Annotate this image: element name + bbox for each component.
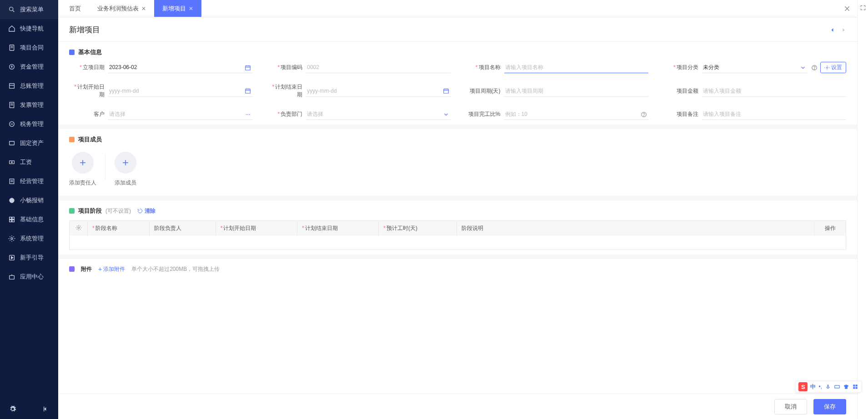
sidebar-item-base[interactable]: 基础信息: [0, 210, 58, 229]
input-category[interactable]: [702, 62, 808, 73]
prev-icon[interactable]: [830, 27, 835, 33]
input-plan-start[interactable]: [108, 85, 252, 97]
svg-point-32: [827, 67, 828, 68]
sidebar-item-funds[interactable]: 资金管理: [0, 57, 58, 76]
sidebar-item-label: 经营管理: [20, 177, 44, 185]
btn-category-set[interactable]: 设置: [820, 62, 846, 73]
svg-rect-56: [856, 387, 858, 389]
col-desc: 阶段说明: [457, 221, 814, 236]
add-attachment-button[interactable]: + 添加附件: [98, 265, 125, 273]
close-icon[interactable]: ✕: [189, 5, 193, 12]
input-customer[interactable]: [108, 109, 252, 120]
sidebar-item-label: 总账管理: [20, 82, 44, 90]
svg-rect-51: [828, 384, 828, 387]
input-period[interactable]: [504, 85, 648, 97]
sidebar-item-invoice[interactable]: 发票管理: [0, 95, 58, 115]
close-icon[interactable]: ✕: [141, 5, 146, 12]
page-nav: [830, 27, 846, 33]
field-dept: *负责部门: [267, 109, 450, 120]
label-date: *立项日期: [69, 64, 105, 71]
system-icon: [8, 235, 15, 242]
gear-icon[interactable]: [9, 405, 16, 413]
section-members-title: 项目成员: [78, 135, 102, 144]
col-start: *计划开始日期: [216, 221, 297, 236]
section-basic-icon: [69, 50, 75, 55]
help-icon[interactable]: [811, 65, 818, 71]
tabs-actions: [843, 0, 857, 17]
sidebar: 搜索菜单 快捷导航 项目合同 资金管理 总账管理 发票管理 税务管理 固定资产: [0, 0, 58, 419]
bag-icon: [8, 63, 15, 70]
input-date[interactable]: [108, 62, 252, 73]
label-name: *项目名称: [465, 64, 501, 71]
sidebar-item-system[interactable]: 系统管理: [0, 229, 58, 248]
field-code: *项目编码: [267, 62, 450, 73]
input-amount[interactable]: [702, 85, 846, 97]
svg-point-16: [10, 198, 15, 203]
cancel-button[interactable]: 取消: [774, 399, 807, 414]
collapse-icon[interactable]: [42, 405, 49, 413]
sidebar-item-quicknav[interactable]: 快捷导航: [0, 19, 58, 38]
input-name[interactable]: [504, 62, 648, 73]
sidebar-item-label: 新手引导: [20, 254, 44, 262]
label-code: *项目编码: [267, 64, 302, 71]
tab-new-project[interactable]: 新增项目 ✕: [154, 0, 201, 17]
input-dept[interactable]: [306, 109, 450, 120]
sidebar-item-apps[interactable]: 应用中心: [0, 267, 58, 286]
fullscreen-icon[interactable]: [860, 5, 866, 11]
ime-bar[interactable]: S 中 •,: [795, 381, 862, 393]
sidebar-item-biz[interactable]: 经营管理: [0, 172, 58, 191]
content: 基本信息 *立项日期 *项目编码: [58, 42, 857, 419]
book-icon: [8, 82, 15, 90]
sidebar-item-contract[interactable]: 项目合同: [0, 38, 58, 57]
home-icon: [8, 25, 15, 32]
field-customer: 客户: [69, 109, 252, 120]
ime-punct-icon[interactable]: •,: [818, 384, 822, 390]
input-plan-end[interactable]: [306, 85, 450, 97]
section-members: 项目成员 添加责任人 添加成员: [58, 129, 857, 196]
sidebar-search[interactable]: 搜索菜单: [0, 0, 58, 19]
right-strip: [857, 0, 868, 419]
sidebar-item-expense[interactable]: 小畅报销: [0, 191, 58, 210]
add-owner-col: 添加责任人: [69, 152, 96, 187]
sidebar-item-ledger[interactable]: 总账管理: [0, 76, 58, 95]
sidebar-item-tax[interactable]: 税务管理: [0, 115, 58, 134]
ime-mic-icon[interactable]: [825, 384, 831, 390]
sidebar-item-asset[interactable]: 固定资产: [0, 134, 58, 153]
save-button[interactable]: 保存: [813, 399, 846, 414]
section-attachments: 附件 + 添加附件 单个大小不超过200MB，可拖拽上传: [58, 259, 857, 278]
col-hours: *预计工时(天): [379, 221, 457, 236]
ime-skin-icon[interactable]: [843, 384, 849, 390]
tab-profit[interactable]: 业务利润预估表 ✕: [89, 0, 154, 17]
svg-point-0: [10, 7, 13, 11]
phases-clear-button[interactable]: 清除: [137, 207, 156, 215]
close-all-icon[interactable]: [843, 5, 851, 12]
sidebar-item-label: 应用中心: [20, 273, 44, 281]
footer: 取消 保存: [58, 394, 857, 419]
ime-toolbox-icon[interactable]: [852, 384, 858, 390]
col-action: 操作: [814, 221, 846, 236]
svg-point-21: [11, 238, 13, 239]
next-icon[interactable]: [841, 27, 846, 33]
base-icon: [8, 216, 15, 223]
col-name: *阶段名称: [88, 221, 150, 236]
svg-point-50: [78, 227, 80, 229]
add-member-button[interactable]: [115, 152, 136, 174]
sidebar-item-guide[interactable]: 新手引导: [0, 248, 58, 267]
col-gear[interactable]: [70, 221, 88, 236]
input-remark[interactable]: [702, 109, 846, 120]
ime-lang[interactable]: 中: [810, 383, 816, 391]
sidebar-item-label: 基础信息: [20, 215, 44, 224]
section-attach-title: 附件: [81, 265, 92, 273]
input-code[interactable]: [306, 62, 450, 73]
ime-logo-icon: S: [798, 382, 808, 391]
svg-rect-6: [10, 84, 15, 89]
main: 首页 业务利润预估表 ✕ 新增项目 ✕ 新增项目: [58, 0, 857, 419]
sidebar-item-label: 快捷导航: [20, 25, 44, 33]
sidebar-item-salary[interactable]: 工资: [0, 153, 58, 172]
tab-home[interactable]: 首页: [61, 0, 89, 17]
input-progress[interactable]: [504, 109, 648, 120]
add-owner-button[interactable]: [72, 152, 94, 174]
label-dept: *负责部门: [267, 110, 302, 118]
ime-keyboard-icon[interactable]: [834, 384, 840, 390]
label-plan-end: *计划结束日期: [267, 83, 302, 99]
